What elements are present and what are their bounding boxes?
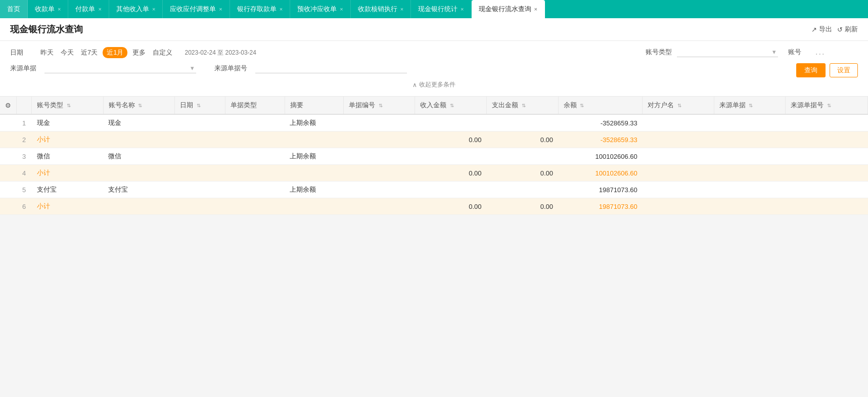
source-doc-no-input[interactable]	[255, 63, 407, 73]
nav-close-icon[interactable]: ×	[98, 6, 101, 12]
cell-source_doc_no	[786, 114, 868, 131]
nav-close-icon[interactable]: ×	[152, 6, 155, 12]
collapse-label: 收起更多条件	[419, 80, 455, 89]
nav-close-icon[interactable]: ×	[461, 6, 464, 12]
settings-button[interactable]: 设置	[830, 63, 858, 77]
nav-item-预收冲应收单[interactable]: 预收冲应收单×	[290, 0, 350, 18]
page-header: 现金银行流水查询 ↗ 导出 ↺ 刷新	[0, 18, 868, 41]
cell-date	[175, 131, 225, 148]
collapse-bar[interactable]: ∧ 收起更多条件	[10, 78, 858, 92]
cell-income	[415, 182, 487, 198]
date-options: 昨天今天近7天近1月更多自定义	[38, 47, 174, 58]
col-header-balance[interactable]: 余额 ⇅	[558, 97, 643, 114]
cell-account_type: 现金	[32, 114, 104, 131]
cell-expense: 0.00	[487, 131, 559, 148]
source-doc-select[interactable]: ▾	[44, 63, 196, 73]
refresh-button[interactable]: ↺ 刷新	[837, 25, 858, 34]
cell-gear	[0, 148, 17, 165]
col-header-summary: 摘要	[285, 97, 343, 114]
cell-account_name: 微信	[103, 148, 175, 165]
table-row[interactable]: 1现金现金上期余额-3528659.33	[0, 114, 868, 131]
cell-account_type: 小计	[32, 165, 104, 182]
nav-item-现金银行统计[interactable]: 现金银行统计×	[411, 0, 471, 18]
col-header-source_doc_no[interactable]: 来源单据号 ⇅	[786, 97, 868, 114]
nav-item-其他收入单[interactable]: 其他收入单×	[109, 0, 163, 18]
account-type-label: 账号类型	[646, 48, 672, 57]
cell-date	[175, 114, 225, 131]
date-option-近1月[interactable]: 近1月	[103, 47, 127, 58]
filter-row-date: 日期 昨天今天近7天近1月更多自定义 2023-02-24 至 2023-03-…	[10, 47, 630, 58]
cell-account_type: 支付宝	[32, 182, 104, 198]
table-row[interactable]: 5支付宝支付宝上期余额19871073.60	[0, 182, 868, 198]
table-row[interactable]: 2小计0.000.00-3528659.33	[0, 131, 868, 148]
data-table: ⚙账号类型 ⇅账号名称 ⇅日期 ⇅单据类型摘要单据编号 ⇅收入金额 ⇅支出金额 …	[0, 97, 868, 215]
nav-close-icon[interactable]: ×	[219, 6, 222, 12]
query-button[interactable]: 查询	[796, 63, 826, 77]
nav-close-icon[interactable]: ×	[280, 6, 283, 12]
col-header-income[interactable]: 收入金额 ⇅	[415, 97, 487, 114]
col-header-expense[interactable]: 支出金额 ⇅	[487, 97, 559, 114]
cell-doc_type	[225, 182, 285, 198]
nav-close-icon[interactable]: ×	[340, 6, 343, 12]
nav-close-icon[interactable]: ×	[534, 6, 537, 12]
cell-num: 5	[17, 182, 32, 198]
date-option-昨天[interactable]: 昨天	[38, 47, 56, 58]
date-option-更多[interactable]: 更多	[130, 47, 148, 58]
col-header-gear: ⚙	[0, 97, 17, 114]
date-option-自定义[interactable]: 自定义	[151, 47, 174, 58]
col-header-date[interactable]: 日期 ⇅	[175, 97, 225, 114]
cell-income: 0.00	[415, 131, 487, 148]
cell-source_doc	[714, 148, 786, 165]
cell-income: 0.00	[415, 165, 487, 182]
account-type-select[interactable]: ▾	[677, 47, 778, 57]
export-icon: ↗	[811, 26, 817, 33]
date-option-今天[interactable]: 今天	[59, 47, 76, 58]
account-dots-button[interactable]: ...	[813, 48, 827, 57]
cell-num: 6	[17, 198, 32, 215]
cell-income: 0.00	[415, 198, 487, 215]
cell-account_name: 现金	[103, 114, 175, 131]
cell-source_doc	[714, 165, 786, 182]
nav-item-付款单[interactable]: 付款单×	[68, 0, 109, 18]
nav-item-收款单[interactable]: 收款单×	[28, 0, 68, 18]
cell-source_doc_no	[786, 148, 868, 165]
cell-account_name	[103, 131, 175, 148]
nav-item-应收应付调整单[interactable]: 应收应付调整单×	[163, 0, 230, 18]
nav-item-银行存取款单[interactable]: 银行存取款单×	[230, 0, 290, 18]
cell-balance: 19871073.60	[558, 198, 643, 215]
table-body: 1现金现金上期余额-3528659.332小计0.000.00-3528659.…	[0, 114, 868, 215]
refresh-icon: ↺	[837, 26, 843, 33]
nav-close-icon[interactable]: ×	[400, 6, 403, 12]
sort-icon: ⇅	[677, 103, 681, 108]
col-header-num	[17, 97, 32, 114]
date-option-近7天[interactable]: 近7天	[79, 47, 100, 58]
cell-balance: 100102606.60	[558, 148, 643, 165]
filter-area: 日期 昨天今天近7天近1月更多自定义 2023-02-24 至 2023-03-…	[0, 41, 868, 97]
export-button[interactable]: ↗ 导出	[811, 25, 832, 34]
cell-counterpart	[643, 198, 714, 215]
table-row[interactable]: 6小计0.000.0019871073.60	[0, 198, 868, 215]
cell-source_doc_no	[786, 198, 868, 215]
gear-icon[interactable]: ⚙	[5, 102, 11, 109]
cell-num: 1	[17, 114, 32, 131]
col-header-account_name[interactable]: 账号名称 ⇅	[103, 97, 175, 114]
nav-close-icon[interactable]: ×	[58, 6, 61, 12]
sort-icon: ⇅	[197, 103, 201, 108]
col-header-account_type[interactable]: 账号类型 ⇅	[32, 97, 104, 114]
table-row[interactable]: 3微信微信上期余额100102606.60	[0, 148, 868, 165]
cell-doc_type	[225, 198, 285, 215]
cell-income	[415, 148, 487, 165]
nav-item-现金银行流水查询[interactable]: 现金银行流水查询×	[472, 0, 545, 18]
cell-date	[175, 198, 225, 215]
col-header-doc_no[interactable]: 单据编号 ⇅	[343, 97, 415, 114]
cell-summary	[285, 131, 343, 148]
cell-gear	[0, 182, 17, 198]
sort-icon: ⇅	[67, 103, 71, 108]
col-header-source_doc[interactable]: 来源单据 ⇅	[714, 97, 786, 114]
sort-icon: ⇅	[827, 103, 831, 108]
cell-account_type: 小计	[32, 131, 104, 148]
col-header-counterpart[interactable]: 对方户名 ⇅	[643, 97, 714, 114]
nav-item-首页[interactable]: 首页	[0, 0, 28, 18]
table-row[interactable]: 4小计0.000.00100102606.60	[0, 165, 868, 182]
nav-item-收款核销执行[interactable]: 收款核销执行×	[351, 0, 411, 18]
